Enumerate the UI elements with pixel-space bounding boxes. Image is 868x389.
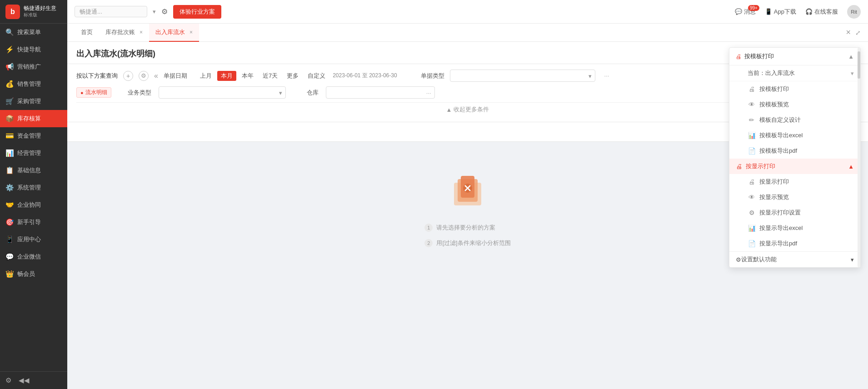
wechat-icon: 💬: [5, 253, 14, 261]
current-label-text: 当前：出入库流水: [748, 69, 795, 77]
date-year-btn[interactable]: 本年: [238, 71, 257, 81]
sidebar-search[interactable]: 🔍 搜索菜单: [0, 24, 67, 41]
date-more-btn[interactable]: 更多: [283, 71, 302, 81]
tab-inventory-batch-close[interactable]: ×: [140, 29, 143, 35]
bill-type-select-wrap: ▾: [450, 70, 595, 82]
date-label: 单据日期: [164, 72, 191, 80]
preview-display-icon: 👁: [748, 193, 756, 201]
warehouse-input[interactable]: [326, 86, 435, 99]
tab-inventory-batch[interactable]: 库存批次账 ×: [99, 24, 149, 42]
sidebar-item-member[interactable]: 👑 畅会员: [0, 265, 67, 283]
business-type-select[interactable]: [159, 86, 286, 99]
dropdown-item-export-excel-template[interactable]: 📊 按模板导出excel: [729, 128, 860, 143]
headset-icon: 🎧: [805, 8, 813, 15]
sidebar-item-wechat[interactable]: 💬 企业微信: [0, 248, 67, 265]
trial-solution-button[interactable]: 体验行业方案: [173, 5, 221, 19]
dropdown-scrollbar[interactable]: [858, 48, 860, 267]
sidebar-item-operations[interactable]: 📊 经营管理: [0, 145, 67, 162]
display-section-chevron-icon: ▲: [848, 163, 854, 170]
sidebar-item-inventory[interactable]: 📦 库存核算: [0, 110, 67, 127]
sidebar: b 畅捷通好生意 标准版 🔍 搜索菜单 ⚡ 快捷导航 📢 营销推广 💰 销售管理…: [0, 0, 67, 389]
marketing-icon: 📢: [5, 63, 14, 71]
topbar-search-input[interactable]: [75, 6, 147, 17]
empty-hints: 1 请先选择要分析的方案 2 用[过滤]条件来缩小分析范围: [424, 222, 510, 249]
dropdown-footer-default[interactable]: ⚙ 设置默认功能 ▾: [729, 251, 860, 267]
current-chevron-icon: ▾: [851, 70, 854, 77]
topbar-gear-icon[interactable]: ⚙: [161, 7, 168, 16]
app-logo-icon: b: [5, 5, 20, 19]
hint-item-1: 1 请先选择要分析的方案: [424, 222, 510, 234]
sidebar-item-finance[interactable]: 💳 资金管理: [0, 127, 67, 145]
dropdown-item-custom-design[interactable]: ✏ 模板自定义设计: [729, 112, 860, 128]
app-center-icon: 📱: [5, 235, 14, 244]
dropdown-item-preview-template[interactable]: 👁 按模板预览: [729, 97, 860, 112]
dropdown-sub-item-export-excel-display[interactable]: 📊 按显示导出excel: [729, 220, 860, 236]
topbar-chevron-icon[interactable]: ▾: [153, 8, 156, 15]
quick-nav-icon: ⚡: [5, 45, 14, 54]
app-download-link[interactable]: 📱 App下载: [765, 8, 796, 16]
flow-detail-tag: ● 流水明细: [76, 87, 111, 98]
preview-template-icon: 👁: [748, 100, 756, 109]
bill-type-more-icon[interactable]: ···: [604, 72, 609, 79]
date-prev-month-btn[interactable]: 上月: [196, 71, 215, 81]
sidebar-item-app-center[interactable]: 📱 应用中心: [0, 231, 67, 248]
footer-chevron-icon: ▾: [851, 256, 854, 263]
sidebar-item-system[interactable]: ⚙️ 系统管理: [0, 179, 67, 196]
dropdown-item-print-template[interactable]: 🖨 按模板打印: [729, 81, 860, 97]
filter-collapse-icon[interactable]: «: [154, 72, 158, 80]
sidebar-item-marketing[interactable]: 📢 营销推广: [0, 58, 67, 75]
dropdown-sub-item-print-settings[interactable]: ⚙ 按显示打印设置: [729, 205, 860, 220]
sidebar-item-purchase[interactable]: 🛒 采购管理: [0, 93, 67, 110]
enterprise-icon: 🤝: [5, 201, 14, 209]
topbar: ▾ ⚙ 体验行业方案 💬 消息 99+ 📱 App下载 🎧 在线客服 Rit: [67, 0, 868, 24]
sidebar-item-quick-nav[interactable]: ⚡ 快捷导航: [0, 41, 67, 58]
bill-type-select[interactable]: [450, 70, 595, 82]
tab-stock-flow-close[interactable]: ×: [190, 29, 193, 35]
print-template-icon: 🖨: [748, 85, 756, 93]
date-custom-btn[interactable]: 自定义: [304, 71, 329, 81]
window-close-icon[interactable]: ×: [846, 28, 851, 37]
search-icon: 🔍: [5, 28, 14, 36]
sidebar-logo: b 畅捷通好生意 标准版: [0, 0, 67, 24]
date-7days-btn[interactable]: 近7天: [259, 71, 281, 81]
guide-icon: 🎯: [5, 218, 14, 226]
basic-icon: 📋: [5, 166, 14, 175]
sidebar-item-basic[interactable]: 📋 基础信息: [0, 162, 67, 179]
business-type-label: 业务类型: [128, 89, 151, 97]
export-pdf-template-icon: 📄: [748, 147, 756, 155]
dropdown-item-export-pdf-template[interactable]: 📄 按模板导出pdf: [729, 143, 860, 159]
export-pdf-display-icon: 📄: [748, 239, 756, 248]
date-current-month-btn[interactable]: 本月: [217, 71, 236, 81]
custom-design-icon: ✏: [748, 116, 756, 124]
window-expand-icon[interactable]: ⤢: [855, 29, 861, 36]
tab-stock-flow[interactable]: 出入库流水 ×: [149, 24, 199, 42]
collapse-up-icon: ▲: [446, 106, 452, 113]
filter-add-button[interactable]: +: [123, 71, 133, 81]
dropdown-header: 🖨 按模板打印 ▲: [729, 48, 860, 65]
business-type-select-wrap: ▾: [159, 86, 286, 99]
dropdown-sub-item-export-pdf-display[interactable]: 📄 按显示导出pdf: [729, 236, 860, 251]
customer-service-link[interactable]: 🎧 在线客服: [805, 8, 838, 16]
hint-num-1: 1: [424, 224, 433, 232]
sidebar-item-enterprise[interactable]: 🤝 企业协同: [0, 196, 67, 214]
collapse-sidebar-icon[interactable]: ◀◀: [19, 376, 30, 384]
dropdown-sub-item-print-display[interactable]: 🖨 按显示打印: [729, 174, 860, 190]
display-print-section-icon: 🖨: [736, 163, 742, 170]
settings-bottom-icon[interactable]: ⚙: [5, 376, 11, 384]
system-icon: ⚙️: [5, 184, 14, 192]
dropdown-header-chevron-icon[interactable]: ▲: [848, 53, 854, 60]
sidebar-item-sales[interactable]: 💰 销售管理: [0, 75, 67, 93]
filter-settings-button[interactable]: ⚙: [139, 71, 149, 81]
warehouse-more-icon[interactable]: ···: [426, 89, 431, 96]
sidebar-item-guide[interactable]: 🎯 新手引导: [0, 214, 67, 231]
export-excel-template-icon: 📊: [748, 131, 756, 140]
message-badge[interactable]: 💬 消息 99+: [735, 8, 756, 16]
hint-num-2: 2: [424, 239, 433, 247]
tab-bar: 首页 库存批次账 × 出入库流水 × × ⤢: [67, 24, 868, 42]
dropdown-header-title: 🖨 按模板打印: [736, 52, 774, 60]
dropdown-sub-item-preview-display[interactable]: 👁 按显示预览: [729, 190, 860, 205]
warehouse-label: 仓库: [307, 89, 319, 97]
tab-home[interactable]: 首页: [75, 24, 99, 42]
user-avatar[interactable]: Rit: [847, 5, 861, 19]
dropdown-section-display-print[interactable]: 🖨 按显示打印 ▲: [729, 159, 860, 174]
